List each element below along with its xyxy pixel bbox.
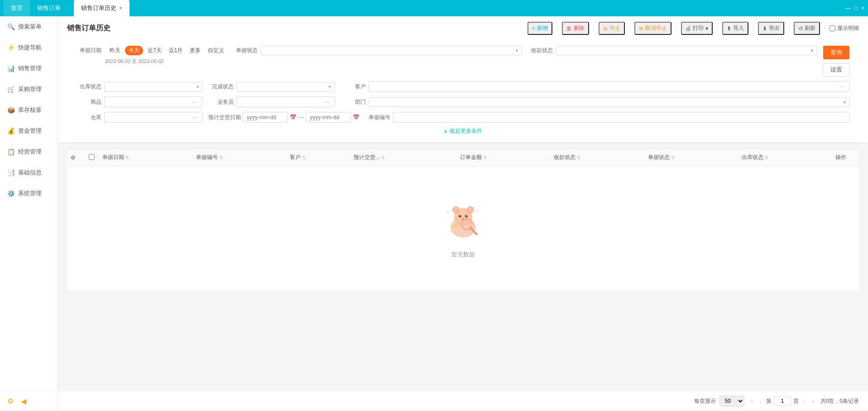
print-arrow-icon: ▾ bbox=[705, 25, 708, 32]
print-button[interactable]: 🖨 打印 ▾ bbox=[681, 22, 713, 35]
filter-item-delivery-date: 预计交货日期 📅 — 📅 bbox=[208, 112, 360, 123]
th-out-status-sort[interactable]: 出库状态 ⇅ bbox=[742, 154, 828, 161]
sidebar-item-system[interactable]: ⚙️ 系统管理 bbox=[0, 183, 58, 204]
out-status-select[interactable]: ▾ bbox=[104, 82, 203, 92]
customer-dots-icon[interactable]: ··· bbox=[838, 83, 846, 90]
receipt-status-label: 收款状态 bbox=[528, 47, 553, 54]
sidebar-item-quick-nav[interactable]: ⚡ 快捷导航 bbox=[0, 37, 58, 58]
order-status-select[interactable]: ▾ bbox=[260, 46, 522, 55]
date-btn-more[interactable]: 更多 bbox=[187, 46, 203, 55]
th-order-status-sort[interactable]: 单据状态 ⇅ bbox=[648, 154, 734, 161]
th-date-sort[interactable]: 单据日期 ⇅ bbox=[102, 154, 189, 161]
calendar-end-icon[interactable]: 📅 bbox=[353, 114, 360, 121]
page-label-prefix: 第 bbox=[766, 397, 772, 405]
filter-item-complete-status: 完成状态 ▾ bbox=[208, 82, 335, 92]
empty-state: ✦ ✦ ✦ 暂无数据 bbox=[71, 171, 855, 286]
delivery-date-start-input[interactable] bbox=[243, 112, 288, 123]
print-label: 打印 bbox=[693, 24, 704, 32]
receipt-status-select[interactable]: ▾ bbox=[556, 46, 817, 55]
sidebar-collapse-icon[interactable]: ◀ bbox=[21, 397, 26, 406]
sidebar-settings-icon[interactable]: ⚙ bbox=[7, 397, 14, 406]
th-receipt-status-sort-icon: ⇅ bbox=[577, 155, 580, 160]
date-btn-custom[interactable]: 自定义 bbox=[205, 46, 227, 55]
new-button[interactable]: + 新增 bbox=[528, 22, 552, 35]
settings-button[interactable]: 设置 bbox=[823, 63, 850, 77]
sidebar-item-purchase-mgmt[interactable]: 🛒 采购管理 bbox=[0, 79, 58, 100]
select-all-checkbox[interactable] bbox=[89, 154, 95, 160]
page-size-select[interactable]: 20 50 100 bbox=[719, 396, 744, 406]
th-operations-label: 操作 bbox=[835, 154, 846, 160]
department-label: 部门 bbox=[340, 98, 366, 106]
export-label: 导出 bbox=[769, 24, 780, 32]
last-page-button[interactable]: » bbox=[810, 397, 816, 406]
total-records-label: 共0页，0条记录 bbox=[820, 397, 859, 405]
sidebar-item-operations[interactable]: 📋 经营管理 bbox=[0, 141, 58, 162]
date-btn-today[interactable]: 今天 bbox=[125, 46, 143, 55]
export-button[interactable]: ⬇ 导出 bbox=[758, 22, 784, 35]
customer-select[interactable]: ··· bbox=[369, 81, 850, 92]
sidebar-item-inventory[interactable]: 📦 库存核算 bbox=[0, 100, 58, 121]
th-number-sort-icon: ⇅ bbox=[219, 155, 223, 160]
department-select[interactable]: ▾ bbox=[369, 97, 850, 107]
tab-sales-order[interactable]: 销售订单 × bbox=[30, 0, 74, 16]
window-close[interactable]: × bbox=[861, 5, 864, 11]
collapse-label: 收起更多条件 bbox=[450, 127, 482, 135]
current-page-input[interactable] bbox=[774, 396, 791, 406]
table-settings-icon[interactable]: ⚙ bbox=[71, 155, 76, 161]
th-settings: ⚙ bbox=[67, 149, 85, 166]
filter-row-3: 商品 ··· 业务员 ··· 部门 bbox=[76, 97, 850, 107]
first-page-button[interactable]: « bbox=[748, 397, 755, 406]
date-btn-7days[interactable]: 近7天 bbox=[145, 46, 164, 55]
salesperson-dots-icon[interactable]: ··· bbox=[323, 99, 331, 105]
cancel-stop-button[interactable]: ⊘ 取消中止 bbox=[634, 22, 671, 35]
warehouse-select[interactable]: ··· bbox=[104, 112, 203, 123]
date-label: 单据日期 bbox=[76, 47, 101, 54]
svg-text:✦: ✦ bbox=[476, 208, 479, 213]
th-delivery-sort[interactable]: 预计交货... ⇅ bbox=[354, 154, 453, 161]
sidebar-item-search-menu[interactable]: 🔍 搜索菜单 bbox=[0, 16, 58, 37]
empty-illustration: ✦ ✦ ✦ bbox=[441, 198, 486, 243]
goods-dots-icon[interactable]: ··· bbox=[191, 99, 199, 105]
svg-point-8 bbox=[460, 215, 461, 216]
th-amount-sort[interactable]: 订单金额 ⇅ bbox=[460, 154, 547, 161]
filter-item-order-status: 单据状态 ▾ bbox=[232, 46, 522, 55]
refresh-button[interactable]: ↺ 刷新 bbox=[794, 22, 820, 35]
window-minimize[interactable]: — bbox=[845, 5, 851, 11]
calendar-start-icon[interactable]: 📅 bbox=[290, 114, 297, 121]
window-maximize[interactable]: □ bbox=[854, 5, 858, 11]
stop-button[interactable]: ⊘ 中止 bbox=[599, 22, 625, 35]
filter-row-4: 仓库 ··· 预计交货日期 📅 — 📅 bbox=[76, 112, 850, 123]
tab-sales-order-close[interactable]: × bbox=[63, 5, 67, 11]
complete-status-select[interactable]: ▾ bbox=[236, 82, 335, 92]
delete-label: 删除 bbox=[574, 24, 585, 32]
th-number-sort[interactable]: 单据编号 ⇅ bbox=[196, 154, 283, 161]
sidebar-item-finance[interactable]: 💰 资金管理 bbox=[0, 121, 58, 141]
display-detail-checkbox[interactable] bbox=[830, 25, 835, 31]
date-btn-yesterday[interactable]: 昨天 bbox=[107, 46, 123, 55]
svg-point-6 bbox=[459, 215, 461, 218]
prev-page-button[interactable]: ‹ bbox=[758, 397, 763, 406]
next-page-button[interactable]: › bbox=[801, 397, 807, 406]
th-delivery-label: 预计交货... bbox=[354, 154, 380, 161]
tab-home[interactable]: 首页 bbox=[4, 0, 30, 16]
new-label: 新增 bbox=[537, 24, 548, 32]
order-number-input[interactable] bbox=[393, 112, 850, 123]
sidebar-item-sales-mgmt[interactable]: 📊 销售管理 bbox=[0, 58, 58, 79]
goods-select[interactable]: ··· bbox=[104, 97, 203, 107]
th-receipt-status-label: 收款状态 bbox=[554, 154, 575, 161]
collapse-filters-button[interactable]: ∧ 收起更多条件 bbox=[76, 126, 850, 137]
th-receipt-status-sort[interactable]: 收款状态 ⇅ bbox=[554, 154, 640, 161]
delete-button[interactable]: 🗑 删除 bbox=[562, 22, 589, 35]
tab-sales-order-history[interactable]: 销售订单历史 × bbox=[74, 0, 129, 16]
display-detail-toggle[interactable]: 显示明细 bbox=[830, 24, 859, 32]
sidebar-item-basic-info[interactable]: 📑 基础信息 bbox=[0, 162, 58, 183]
delivery-date-end-input[interactable] bbox=[306, 112, 351, 123]
th-customer-sort[interactable]: 客户 ⇅ bbox=[290, 154, 346, 161]
import-button[interactable]: ⬆ 导入 bbox=[722, 22, 748, 35]
query-button[interactable]: 查询 bbox=[823, 46, 849, 59]
tab-sales-order-history-close[interactable]: × bbox=[119, 5, 122, 11]
filter-item-goods: 商品 ··· bbox=[76, 97, 203, 107]
warehouse-dots-icon[interactable]: ··· bbox=[191, 114, 199, 121]
date-btn-1month[interactable]: 近1月 bbox=[166, 46, 186, 55]
salesperson-select[interactable]: ··· bbox=[236, 97, 335, 107]
